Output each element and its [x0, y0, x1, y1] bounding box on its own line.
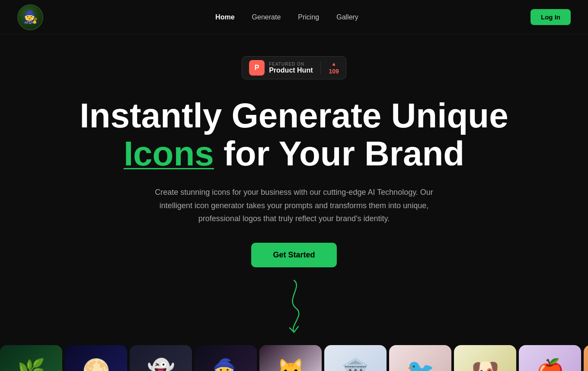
icon-thumbnail: 🍎 [519, 345, 581, 371]
ph-text: FEATURED ON Product Hunt [269, 62, 313, 74]
hero-title-part2: for Your Brand [214, 134, 464, 173]
nav-links: Home Generate Pricing Gallery [215, 13, 358, 21]
ph-logo-icon: P [249, 60, 265, 76]
icon-thumbnail: 👻 [130, 345, 192, 371]
logo[interactable]: 🧙 [17, 4, 43, 30]
logo-icon: 🧙 [17, 4, 43, 30]
icon-thumbnail: 🐦 [389, 345, 451, 371]
icon-thumbnail: 🏛️ [324, 345, 387, 371]
ph-votes: ▲ 109 [329, 61, 339, 75]
nav-pricing[interactable]: Pricing [298, 13, 319, 21]
hero-subtitle: Create stunning icons for your business … [143, 186, 445, 225]
nav-generate[interactable]: Generate [252, 13, 281, 21]
curly-arrow-icon [281, 278, 307, 334]
ph-vote-count: 109 [329, 68, 339, 75]
ph-upvote-icon: ▲ [331, 61, 336, 67]
arrow-decoration [281, 276, 307, 336]
hero-title-highlight: Icons [124, 134, 214, 173]
hero-title: Instantly Generate Unique Icons for Your… [35, 97, 553, 173]
hero-title-part1: Instantly Generate Unique [80, 96, 508, 135]
nav-gallery[interactable]: Gallery [336, 13, 358, 21]
product-hunt-badge[interactable]: P FEATURED ON Product Hunt ▲ 109 [242, 56, 346, 79]
icon-thumbnail: 🌕 [65, 345, 127, 371]
login-button[interactable]: Log In [530, 9, 571, 25]
icon-thumbnail: 🌿 [0, 345, 62, 371]
hero-section: P FEATURED ON Product Hunt ▲ 109 Instant… [0, 35, 588, 345]
ph-divider [320, 61, 321, 74]
icon-thumbnail: 🐱 [259, 345, 322, 371]
icon-strip: 🌿 🌕 👻 🧙 🐱 🏛️ 🐦 🐶 🍎 🎃 [0, 345, 588, 371]
navbar: 🧙 Home Generate Pricing Gallery Log In [0, 0, 588, 35]
icon-thumbnail: 🐶 [454, 345, 516, 371]
ph-name-label: Product Hunt [269, 67, 313, 74]
get-started-button[interactable]: Get Started [251, 243, 336, 267]
icon-thumbnail: 🎃 [584, 345, 588, 371]
icon-thumbnail: 🧙 [195, 345, 257, 371]
ph-featured-label: FEATURED ON [269, 62, 304, 67]
nav-home[interactable]: Home [215, 13, 234, 21]
